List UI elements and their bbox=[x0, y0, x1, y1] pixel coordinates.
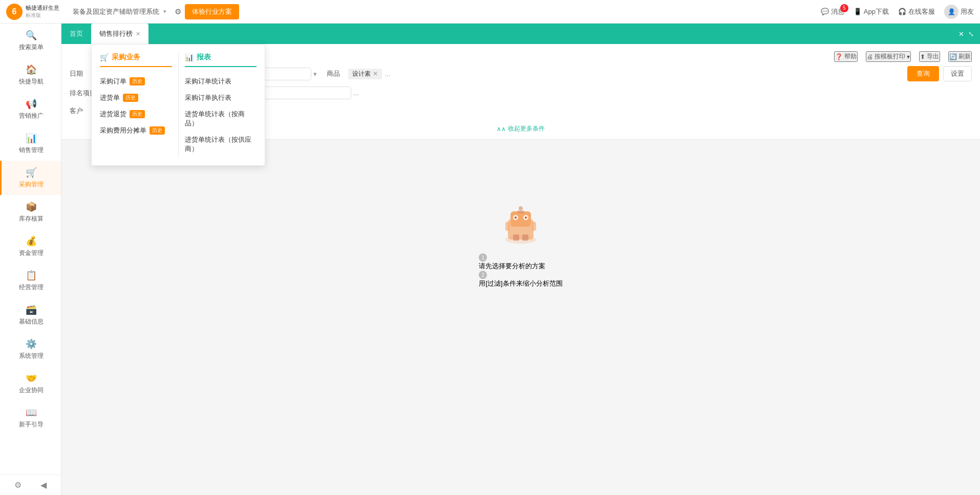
export-icon: ⬆ bbox=[920, 53, 925, 60]
dropdown-item-inbound-supplier[interactable]: 进货单统计表（按供应商） bbox=[185, 132, 257, 157]
message-button[interactable]: 💬 消息 5 bbox=[821, 7, 844, 16]
collapse-button[interactable]: ∧∧ 收起更多条件 bbox=[497, 122, 545, 135]
logo-text: 畅捷通好生意 标准版 bbox=[26, 4, 59, 18]
help-button[interactable]: ❓ 帮助 bbox=[834, 51, 858, 62]
query-button[interactable]: 查询 bbox=[907, 66, 939, 81]
avatar-icon: 👤 bbox=[948, 8, 955, 15]
tab-close-icon[interactable]: ✕ bbox=[136, 31, 140, 37]
history-badge-3: 历史 bbox=[130, 110, 145, 118]
salesperson-dots[interactable]: ... bbox=[353, 89, 359, 97]
svg-rect-8 bbox=[532, 222, 536, 231]
experience-button[interactable]: 体验行业方案 bbox=[185, 4, 239, 19]
sidebar-label-collab: 企业协同 bbox=[19, 386, 44, 395]
print-chevron-icon: ▾ bbox=[907, 53, 910, 60]
sidebar-settings-icon[interactable]: ⚙ bbox=[14, 480, 22, 490]
settings-icon[interactable]: ⚙ bbox=[171, 5, 185, 19]
svg-rect-10 bbox=[522, 234, 528, 241]
voucher-status-dots[interactable]: ▾ bbox=[313, 70, 317, 78]
user-menu[interactable]: 👤 用友 bbox=[944, 5, 974, 19]
stock-icon: 📦 bbox=[26, 201, 37, 212]
dropdown-item-purchase-stat[interactable]: 采购订单统计表 bbox=[185, 73, 257, 90]
goods-tag-close[interactable]: ✕ bbox=[373, 70, 378, 77]
collab-icon: 🤝 bbox=[26, 373, 37, 384]
date-label: 日期 bbox=[70, 69, 83, 78]
setting-button[interactable]: 设置 bbox=[943, 66, 972, 81]
tab-expand-icon[interactable]: ⤡ bbox=[968, 30, 974, 38]
refresh-button[interactable]: 🔄 刷新 bbox=[948, 51, 972, 62]
sidebar-item-finance[interactable]: 💰 资金管理 bbox=[0, 229, 61, 264]
sidebar-item-sales[interactable]: 📊 销售管理 bbox=[0, 126, 61, 161]
sidebar-label-finance: 资金管理 bbox=[19, 249, 44, 257]
system-title-area: 装备及固定资产辅助管理系统 ▾ ⚙ bbox=[73, 5, 185, 19]
main-layout: 🔍 搜索菜单 🏠 快捷导航 📢 营销推广 📊 销售管理 🛒 采购管理 📦 库存核… bbox=[0, 24, 980, 495]
svg-point-12 bbox=[519, 206, 523, 210]
home-icon: 🏠 bbox=[26, 64, 37, 75]
sidebar-collapse-icon[interactable]: ◀ bbox=[40, 480, 47, 490]
dropdown-item-return[interactable]: 进货退货 历史 bbox=[100, 106, 172, 122]
collapse-up-icon: ∧∧ bbox=[497, 125, 506, 133]
app-download-button[interactable]: 📱 App下载 bbox=[854, 7, 889, 16]
empty-state: 1 请先选择要分析的方案 2 用[过滤]条件来缩小分析范围 bbox=[61, 140, 980, 345]
salesperson-input[interactable] bbox=[256, 87, 351, 99]
tab-controls: ✕ ⤡ bbox=[952, 30, 980, 38]
history-badge-2: 历史 bbox=[123, 94, 138, 102]
sidebar-label-purchase: 采购管理 bbox=[19, 180, 44, 189]
svg-rect-9 bbox=[513, 234, 519, 241]
sidebar-item-marketing[interactable]: 📢 营销推广 bbox=[0, 92, 61, 126]
sidebar-item-system[interactable]: ⚙️ 系统管理 bbox=[0, 332, 61, 367]
chevron-down-icon[interactable]: ▾ bbox=[163, 8, 166, 15]
purchase-icon: 🛒 bbox=[26, 167, 37, 178]
sidebar: 🔍 搜索菜单 🏠 快捷导航 📢 营销推广 📊 销售管理 🛒 采购管理 📦 库存核… bbox=[0, 24, 61, 495]
sidebar-item-basic[interactable]: 🗃️ 基础信息 bbox=[0, 298, 61, 332]
sidebar-bottom: ⚙ ◀ bbox=[0, 475, 61, 495]
help-icon: ❓ bbox=[835, 53, 843, 60]
dropdown-divider bbox=[178, 53, 179, 157]
sidebar-item-quicknav[interactable]: 🏠 快捷导航 bbox=[0, 58, 61, 92]
tab-home[interactable]: 首页 bbox=[61, 24, 91, 44]
export-button[interactable]: ⬆ 导出 bbox=[919, 51, 940, 62]
svg-rect-11 bbox=[517, 210, 524, 213]
tab-close-all-icon[interactable]: ✕ bbox=[958, 30, 964, 38]
dropdown-item-inbound[interactable]: 进货单 历史 bbox=[100, 90, 172, 106]
sidebar-label-search: 搜索菜单 bbox=[19, 43, 44, 52]
toolbar-right: 查询 设置 bbox=[907, 66, 972, 81]
history-badge-1: 历史 bbox=[130, 77, 145, 85]
sidebar-label-quicknav: 快捷导航 bbox=[19, 77, 44, 86]
online-service-button[interactable]: 🎧 在线客服 bbox=[898, 7, 935, 16]
finance-icon: 💰 bbox=[26, 235, 37, 247]
sidebar-item-search[interactable]: 🔍 搜索菜单 bbox=[0, 24, 61, 58]
sidebar-label-stock: 库存核算 bbox=[19, 214, 44, 223]
sidebar-label-basic: 基础信息 bbox=[19, 317, 44, 326]
dropdown-report-col: 📊 报表 采购订单统计表 采购订单执行表 进货单统计表（按商品） bbox=[185, 53, 257, 157]
dropdown-item-inbound-goods[interactable]: 进货单统计表（按商品） bbox=[185, 106, 257, 132]
empty-step-1: 1 请先选择要分析的方案 bbox=[479, 253, 562, 271]
tab-sales-rank[interactable]: 销售排行榜 ✕ 🛒 采购业务 采购订单 历史 bbox=[91, 24, 148, 44]
phone-icon: 📱 bbox=[854, 8, 862, 15]
top-bar: 6 畅捷通好生意 标准版 装备及固定资产辅助管理系统 ▾ ⚙ 体验行业方案 💬 … bbox=[0, 0, 980, 24]
sidebar-item-purchase[interactable]: 🛒 采购管理 bbox=[0, 161, 61, 195]
sidebar-item-guide[interactable]: 📖 新手引导 bbox=[0, 401, 61, 435]
dropdown-report-title: 📊 报表 bbox=[185, 53, 257, 67]
sidebar-item-stock[interactable]: 📦 库存核算 bbox=[0, 195, 61, 229]
headset-icon: 🎧 bbox=[898, 8, 906, 15]
print-button[interactable]: 🖨 按模板打印 ▾ bbox=[866, 51, 911, 62]
goods-tag: 设计素 ✕ bbox=[348, 69, 382, 79]
goods-dots[interactable]: ... bbox=[385, 70, 391, 78]
sidebar-item-collab[interactable]: 🤝 企业协同 bbox=[0, 367, 61, 401]
empty-step-2: 2 用[过滤]条件来缩小分析范围 bbox=[479, 271, 562, 288]
svg-point-5 bbox=[515, 217, 517, 219]
dropdown-item-purchase-order[interactable]: 采购订单 历史 bbox=[100, 73, 172, 90]
sidebar-label-operation: 经营管理 bbox=[19, 283, 44, 292]
dropdown-item-cost[interactable]: 采购费用分摊单 历史 bbox=[100, 122, 172, 139]
marketing-icon: 📢 bbox=[26, 98, 37, 110]
print-icon: 🖨 bbox=[867, 53, 873, 60]
basic-icon: 🗃️ bbox=[26, 304, 37, 315]
empty-illustration bbox=[495, 196, 546, 247]
history-badge-4: 历史 bbox=[150, 126, 165, 135]
sidebar-item-operation[interactable]: 📋 经营管理 bbox=[0, 264, 61, 298]
sales-icon: 📊 bbox=[26, 133, 37, 144]
search-icon: 🔍 bbox=[26, 30, 37, 41]
empty-text: 1 请先选择要分析的方案 2 用[过滤]条件来缩小分析范围 bbox=[479, 253, 562, 288]
system-title-text: 装备及固定资产辅助管理系统 bbox=[73, 7, 159, 16]
dropdown-item-purchase-exec[interactable]: 采购订单执行表 bbox=[185, 90, 257, 106]
